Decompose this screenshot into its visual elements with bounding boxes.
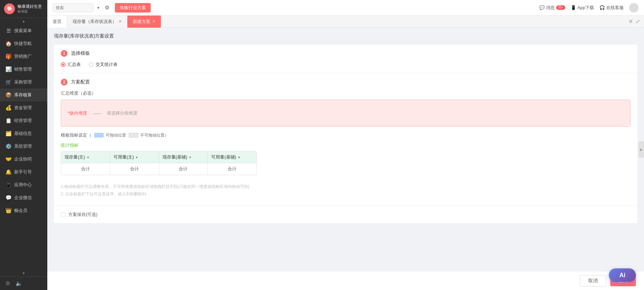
dimension-box[interactable]: *纵向维度 —— 请选择分组维度 xyxy=(61,100,630,127)
sidebar-item-label: 快捷导航 xyxy=(14,41,32,47)
tab-home-label: 首页 xyxy=(53,19,61,25)
step1-header: 1 选择模板 xyxy=(61,50,630,57)
folder-icon: 🗂️ xyxy=(5,130,11,137)
radio-cross-circle xyxy=(89,62,94,67)
sidebar-item-sales[interactable]: 📊 销售管理 xyxy=(0,63,47,76)
phone-icon: 📱 xyxy=(571,5,576,10)
phone-icon: 📱 xyxy=(5,182,11,188)
sound-icon[interactable]: 🔈 xyxy=(16,280,22,287)
sidebar-item-membership[interactable]: 👑 畅会员 xyxy=(0,204,47,217)
chevron-down-icon-0[interactable]: ▾ xyxy=(87,155,89,159)
step2-section: 2 方案配置 汇总维度（必选） *纵向维度 —— 请选择分组维度 模板指标设定（… xyxy=(54,73,637,206)
chat-icon: 💬 xyxy=(5,195,11,201)
sidebar-item-quick-nav[interactable]: 🏠 快捷导航 xyxy=(0,37,47,50)
sidebar-item-app-center[interactable]: 📱 应用中心 xyxy=(0,178,47,191)
chevron-down-icon-2[interactable]: ▾ xyxy=(189,155,191,159)
sidebar-item-operations[interactable]: 📋 经营管理 xyxy=(0,114,47,127)
tips-section: 1.拖动标题栏可以调整布局，不可跨维度或指标区域拖拽栏目字段(只能在同一维度或指… xyxy=(61,180,630,200)
tip-2: 2. 点击标题栏下拉可设置排序、插入列和删除列 xyxy=(61,191,630,198)
sidebar-scroll-up[interactable]: ▲ xyxy=(0,18,47,24)
trial-btn[interactable]: 体验行业方案 xyxy=(115,3,151,13)
chevron-down-icon-1[interactable]: ▾ xyxy=(136,155,138,159)
sidebar-item-label: 采购管理 xyxy=(14,79,32,85)
sidebar-item-label: 基础信息 xyxy=(14,130,32,137)
app-download-label: App下载 xyxy=(577,5,594,11)
dimension-required-mark: *纵向维度 xyxy=(68,110,87,116)
message-btn[interactable]: 💬 消息 99+ xyxy=(539,5,565,11)
save-label: 方案保存(可选) xyxy=(68,212,98,218)
user-avatar[interactable] xyxy=(629,3,639,13)
app-logo-icon: 畅 xyxy=(4,3,15,14)
stats-header-label-1: 可用量(主) xyxy=(114,154,134,160)
topbar: ▾ ⚙ 体验行业方案 💬 消息 99+ 📱 App下载 🎧 在线客服 xyxy=(47,0,644,16)
stats-header-cell-3[interactable]: 可用量(基辅) ▾ xyxy=(208,151,256,163)
tab-inventory-label: 现存量（库存状况表） xyxy=(73,19,117,25)
money-icon: 💰 xyxy=(5,105,11,111)
chevron-down-icon-3[interactable]: ▾ xyxy=(238,155,240,159)
tab-new-scheme-label: 新建方案 xyxy=(133,19,150,25)
cancel-button[interactable]: 取消 xyxy=(580,275,606,287)
sidebar-item-finance[interactable]: 💰 资金管理 xyxy=(0,101,47,114)
save-option: 方案保存(可选) xyxy=(54,206,637,223)
stats-header-cell-2[interactable]: 现存量(基辅) ▾ xyxy=(159,151,208,163)
tab-home[interactable]: 首页 xyxy=(47,16,67,28)
message-badge: 99+ xyxy=(556,5,565,10)
tab-inventory-close[interactable]: ✕ xyxy=(119,19,122,24)
home-icon: 🏠 xyxy=(5,41,11,47)
sidebar-item-wechat[interactable]: 💬 企业微信 xyxy=(0,191,47,204)
tab-new-scheme-close[interactable]: ✕ xyxy=(152,19,155,24)
sidebar-item-system[interactable]: ⚙️ 系统管理 xyxy=(0,140,47,153)
tab-inventory[interactable]: 现存量（库存状况表） ✕ xyxy=(67,16,127,28)
search-input[interactable] xyxy=(53,3,93,12)
app-download-btn[interactable]: 📱 App下载 xyxy=(571,5,594,11)
sidebar-item-label: 搜索菜单 xyxy=(14,28,32,34)
sidebar-item-purchase[interactable]: 🛒 采购管理 xyxy=(0,76,47,89)
sidebar-item-search-menu[interactable]: ☰ 搜索菜单 xyxy=(0,24,47,37)
radio-cross[interactable]: 交叉统计表 xyxy=(89,62,118,68)
bell-icon: 🔔 xyxy=(5,169,11,175)
drag-legend-draggable: 可拖动位置 xyxy=(94,132,126,138)
step1-title: 选择模板 xyxy=(71,50,90,56)
save-checkbox[interactable] xyxy=(61,212,66,217)
sidebar: 畅 畅康通好生意 标准版 ▲ ☰ 搜索菜单 🏠 快捷导航 🎁 营销推广 📊 销售… xyxy=(0,0,47,290)
expand-icon[interactable]: ⤢ xyxy=(636,18,640,25)
settings-icon[interactable]: ⚙ xyxy=(5,280,10,287)
dimension-dash: —— xyxy=(93,111,101,116)
sidebar-item-guide[interactable]: 🔔 新手引导 xyxy=(0,166,47,178)
step1-section: 1 选择模板 汇总表 交叉统计表 xyxy=(54,45,637,73)
sidebar-nav: ☰ 搜索菜单 🏠 快捷导航 🎁 营销推广 📊 销售管理 🛒 采购管理 📦 库存核… xyxy=(0,24,47,270)
tab-new-scheme[interactable]: 新建方案 ✕ xyxy=(127,16,161,28)
draggable-box xyxy=(94,133,104,138)
stats-section-label: 统计指标 xyxy=(61,142,630,148)
stats-header-cell-0[interactable]: 现存量(主) ▾ xyxy=(61,151,110,163)
stats-header-label-3: 可用量(基辅) xyxy=(211,154,236,160)
stats-body-cell-0-1: 合计 xyxy=(110,163,159,175)
stats-header-label-0: 现存量(主) xyxy=(65,154,85,160)
radio-summary[interactable]: 汇总表 xyxy=(61,62,81,68)
sidebar-item-label: 营销推广 xyxy=(14,53,32,59)
online-service-label: 在线客服 xyxy=(606,5,624,11)
sidebar-item-label: 企业协同 xyxy=(14,156,32,162)
step1-number: 1 xyxy=(61,50,68,57)
search-dropdown-icon[interactable]: ▾ xyxy=(97,5,99,10)
topbar-gear-icon[interactable]: ⚙ xyxy=(105,4,109,11)
sidebar-item-label: 销售管理 xyxy=(14,66,32,72)
sidebar-item-marketing[interactable]: 🎁 营销推广 xyxy=(0,50,47,63)
gear-icon: ⚙️ xyxy=(5,143,11,149)
summary-dimension-label: 汇总维度（必选） xyxy=(61,90,630,96)
step2-number: 2 xyxy=(61,79,68,86)
dimension-field-label: 纵向维度 xyxy=(70,111,87,116)
sidebar-item-cooperation[interactable]: 🤝 企业协同 xyxy=(0,153,47,166)
ai-bubble[interactable]: Ai xyxy=(609,268,636,282)
right-collapse-btn[interactable]: ▶ xyxy=(639,141,644,158)
sidebar-item-basic-info[interactable]: 🗂️ 基础信息 xyxy=(0,127,47,140)
sidebar-scroll-down[interactable]: ▼ xyxy=(0,270,47,276)
online-service-btn[interactable]: 🎧 在线客服 xyxy=(599,5,624,11)
stats-header-cell-1[interactable]: 可用量(主) ▾ xyxy=(110,151,159,163)
fixed-label: 不可拖动位置） xyxy=(140,132,169,138)
close-tab-icon[interactable]: ✕ xyxy=(628,18,633,25)
sidebar-item-inventory[interactable]: 📦 库存核算 xyxy=(0,89,47,101)
dimension-placeholder: 请选择分组维度 xyxy=(107,110,138,116)
crown-icon: 👑 xyxy=(5,208,11,214)
tabs-bar: 首页 现存量（库存状况表） ✕ 新建方案 ✕ ✕ ⤢ xyxy=(47,16,644,28)
